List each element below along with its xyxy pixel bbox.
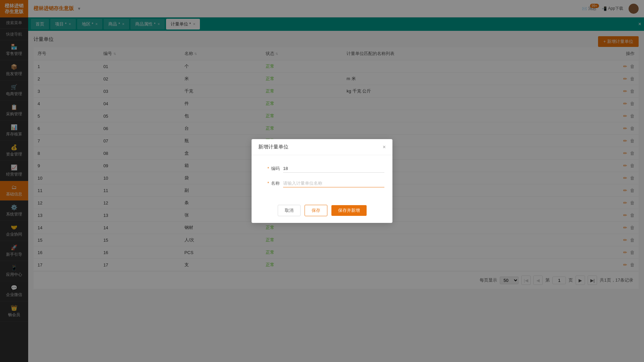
modal-body: * 编码 * 名称	[252, 155, 392, 201]
modal-header: 新增计量单位 ×	[252, 139, 392, 155]
cancel-button[interactable]: 取消	[278, 205, 301, 216]
name-required-mark: *	[267, 181, 269, 186]
name-input[interactable]	[283, 179, 384, 187]
code-label: * 编码	[260, 166, 280, 172]
modal-close-button[interactable]: ×	[383, 144, 386, 150]
modal-overlay: 新增计量单位 × * 编码 * 名称 取消 保存 保存并新增	[0, 0, 644, 362]
modal-footer: 取消 保存 保存并新增	[252, 201, 392, 223]
add-unit-modal: 新增计量单位 × * 编码 * 名称 取消 保存 保存并新增	[252, 139, 392, 223]
form-row-code: * 编码	[260, 165, 384, 173]
code-required-mark: *	[267, 166, 269, 171]
name-label: * 名称	[260, 180, 280, 186]
code-input[interactable]	[283, 165, 384, 173]
save-button[interactable]: 保存	[305, 205, 327, 216]
form-row-name: * 名称	[260, 179, 384, 187]
modal-title: 新增计量单位	[258, 144, 288, 150]
save-and-new-button[interactable]: 保存并新增	[331, 205, 367, 216]
